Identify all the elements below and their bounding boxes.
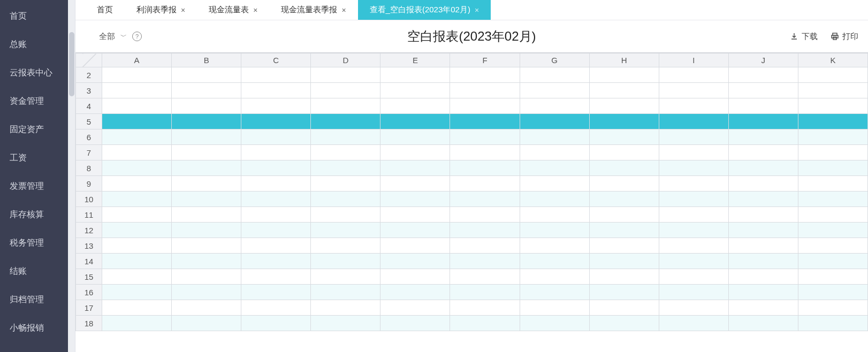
cell[interactable] bbox=[798, 207, 867, 223]
cell[interactable] bbox=[589, 129, 659, 145]
cell[interactable] bbox=[380, 207, 450, 223]
cell[interactable] bbox=[520, 238, 589, 254]
cell[interactable] bbox=[311, 160, 380, 176]
cell[interactable] bbox=[450, 300, 520, 316]
cell[interactable] bbox=[380, 254, 450, 269]
cell[interactable] bbox=[241, 83, 311, 98]
cell[interactable] bbox=[520, 145, 589, 160]
sidebar-item-expense[interactable]: 小畅报销 bbox=[0, 314, 68, 342]
cell[interactable] bbox=[311, 192, 380, 207]
cell[interactable] bbox=[241, 269, 311, 285]
cell[interactable] bbox=[102, 192, 172, 207]
cell[interactable] bbox=[659, 83, 728, 98]
column-header[interactable]: J bbox=[728, 53, 798, 67]
cell[interactable] bbox=[520, 254, 589, 269]
close-icon[interactable]: × bbox=[475, 6, 479, 14]
cell[interactable] bbox=[172, 254, 241, 269]
cell[interactable] bbox=[520, 129, 589, 145]
close-icon[interactable]: × bbox=[181, 6, 185, 14]
cell[interactable] bbox=[450, 114, 520, 129]
row-header[interactable]: 3 bbox=[76, 83, 102, 98]
cell[interactable] bbox=[798, 67, 867, 83]
cell[interactable] bbox=[450, 223, 520, 238]
cell[interactable] bbox=[450, 160, 520, 176]
cell[interactable] bbox=[520, 114, 589, 129]
cell[interactable] bbox=[798, 176, 867, 192]
column-header[interactable]: A bbox=[102, 53, 172, 67]
cell[interactable] bbox=[659, 207, 728, 223]
cell[interactable] bbox=[659, 316, 728, 331]
cell[interactable] bbox=[380, 129, 450, 145]
cell[interactable] bbox=[450, 192, 520, 207]
cell[interactable] bbox=[172, 192, 241, 207]
filter-dropdown[interactable]: 全部 ﹀ ? bbox=[99, 32, 142, 42]
column-header[interactable]: F bbox=[450, 53, 520, 67]
cell[interactable] bbox=[589, 160, 659, 176]
cell[interactable] bbox=[311, 176, 380, 192]
row-header[interactable]: 16 bbox=[76, 285, 102, 300]
cell[interactable] bbox=[380, 316, 450, 331]
cell[interactable] bbox=[311, 238, 380, 254]
row-header[interactable]: 12 bbox=[76, 223, 102, 238]
row-header[interactable]: 9 bbox=[76, 176, 102, 192]
cell[interactable] bbox=[380, 114, 450, 129]
cell[interactable] bbox=[589, 316, 659, 331]
cell[interactable] bbox=[450, 83, 520, 98]
cell[interactable] bbox=[520, 300, 589, 316]
cell[interactable] bbox=[659, 192, 728, 207]
cell[interactable] bbox=[798, 223, 867, 238]
cell[interactable] bbox=[172, 114, 241, 129]
cell[interactable] bbox=[728, 160, 798, 176]
cell[interactable] bbox=[659, 67, 728, 83]
row-header[interactable]: 18 bbox=[76, 316, 102, 331]
cell[interactable] bbox=[102, 145, 172, 160]
cell[interactable] bbox=[520, 83, 589, 98]
cell[interactable] bbox=[728, 285, 798, 300]
cell[interactable] bbox=[659, 223, 728, 238]
cell[interactable] bbox=[450, 316, 520, 331]
tab-home[interactable]: 首页 bbox=[85, 0, 125, 20]
sidebar-item-archive[interactable]: 归档管理 bbox=[0, 286, 68, 314]
row-header[interactable]: 5 bbox=[76, 114, 102, 129]
cell[interactable] bbox=[172, 316, 241, 331]
cell[interactable] bbox=[589, 98, 659, 114]
cell[interactable] bbox=[728, 316, 798, 331]
cell[interactable] bbox=[659, 160, 728, 176]
cell[interactable] bbox=[311, 316, 380, 331]
cell[interactable] bbox=[659, 254, 728, 269]
print-button[interactable]: 打印 bbox=[831, 32, 858, 42]
cell[interactable] bbox=[172, 285, 241, 300]
cell[interactable] bbox=[102, 98, 172, 114]
column-header[interactable]: I bbox=[659, 53, 728, 67]
cell[interactable] bbox=[450, 207, 520, 223]
cell[interactable] bbox=[520, 160, 589, 176]
cell[interactable] bbox=[172, 207, 241, 223]
cell[interactable] bbox=[798, 145, 867, 160]
cell[interactable] bbox=[380, 223, 450, 238]
cell[interactable] bbox=[798, 192, 867, 207]
sidebar-scrollbar[interactable] bbox=[68, 0, 75, 352]
cell[interactable] bbox=[172, 176, 241, 192]
cell[interactable] bbox=[798, 114, 867, 129]
cell[interactable] bbox=[728, 67, 798, 83]
close-icon[interactable]: × bbox=[341, 6, 346, 14]
cell[interactable] bbox=[172, 67, 241, 83]
column-header[interactable]: D bbox=[311, 53, 380, 67]
cell[interactable] bbox=[450, 145, 520, 160]
sidebar-item-tax[interactable]: 税务管理 bbox=[0, 229, 68, 257]
cell[interactable] bbox=[589, 300, 659, 316]
help-icon[interactable]: ? bbox=[132, 32, 142, 41]
cell[interactable] bbox=[659, 114, 728, 129]
cell[interactable] bbox=[241, 145, 311, 160]
tab-profit-quarterly[interactable]: 利润表季报 × bbox=[125, 0, 197, 20]
sidebar-item-ledger[interactable]: 总账 bbox=[0, 30, 68, 59]
cell[interactable] bbox=[380, 285, 450, 300]
cell[interactable] bbox=[659, 98, 728, 114]
row-header[interactable]: 10 bbox=[76, 192, 102, 207]
cell[interactable] bbox=[589, 114, 659, 129]
cell[interactable] bbox=[102, 129, 172, 145]
row-header[interactable]: 8 bbox=[76, 160, 102, 176]
cell[interactable] bbox=[311, 98, 380, 114]
cell[interactable] bbox=[102, 114, 172, 129]
row-header[interactable]: 7 bbox=[76, 145, 102, 160]
